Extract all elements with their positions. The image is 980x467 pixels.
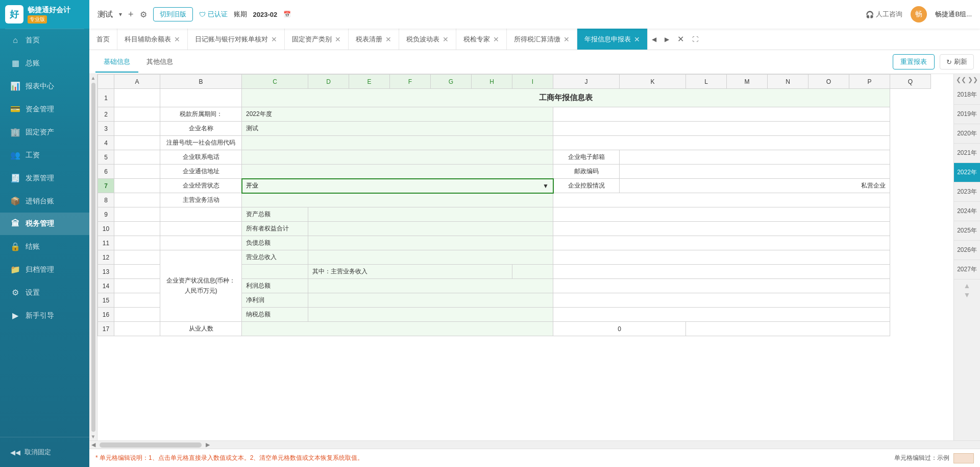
cell-13i[interactable]: [512, 265, 553, 279]
tab-close-icon[interactable]: ✕: [564, 35, 570, 43]
sidebar-pin-button[interactable]: ◀◀ 取消固定: [0, 442, 89, 462]
cell-5b[interactable]: 企业联系电话: [160, 150, 242, 165]
cell-12b-merged[interactable]: 企业资产状况信息(币种：人民币万元): [160, 250, 242, 322]
cell-14d[interactable]: [308, 279, 553, 293]
cell-11d[interactable]: [308, 236, 553, 250]
cell-10b[interactable]: [160, 222, 242, 236]
header-dropdown-icon[interactable]: ▾: [119, 11, 122, 18]
sidebar-item-assets[interactable]: 🏢 固定资产: [0, 121, 89, 144]
cell-7k[interactable]: 私营企业: [620, 179, 890, 193]
cell-9j[interactable]: [553, 207, 890, 222]
sidebar-item-close[interactable]: 🔒 结账: [0, 235, 89, 258]
cell-17j[interactable]: 0: [553, 322, 686, 336]
tab-assets[interactable]: 固定资产类别 ✕: [285, 29, 349, 50]
cell-11b[interactable]: [160, 236, 242, 250]
sidebar-item-invoice[interactable]: 🧾 发票管理: [0, 167, 89, 190]
cell-6k[interactable]: [620, 165, 890, 179]
col-header-q[interactable]: Q: [890, 75, 931, 89]
year-item-2020[interactable]: 2020年: [954, 124, 980, 144]
cell-8b[interactable]: 主营业务活动: [160, 193, 242, 207]
cell-8c[interactable]: [242, 193, 553, 207]
cell-15d[interactable]: [308, 293, 553, 308]
year-item-2024[interactable]: 2024年: [954, 202, 980, 221]
sidebar-item-fund[interactable]: 💳 资金管理: [0, 98, 89, 121]
cell-2a[interactable]: [114, 107, 160, 122]
sidebar-item-payroll[interactable]: 👥 工资: [0, 144, 89, 167]
tab-close-icon[interactable]: ✕: [443, 35, 449, 43]
cell-5k[interactable]: [620, 150, 890, 165]
cell-9b[interactable]: [160, 207, 242, 222]
tab-close-icon[interactable]: ✕: [493, 35, 499, 43]
col-header-n[interactable]: N: [768, 75, 808, 89]
scroll-down-icon[interactable]: ▼: [91, 434, 96, 439]
consult-button[interactable]: 🎧 人工咨询: [866, 10, 902, 19]
cell-10d[interactable]: [308, 222, 553, 236]
cell-6b[interactable]: 企业通信地址: [160, 165, 242, 179]
col-header-h[interactable]: H: [472, 75, 512, 89]
cell-17b[interactable]: 从业人数: [160, 322, 242, 336]
cell-6a[interactable]: [114, 165, 160, 179]
col-header-i[interactable]: I: [512, 75, 553, 89]
col-header-g[interactable]: G: [431, 75, 472, 89]
cell-16d[interactable]: [308, 308, 553, 322]
year-down-icon[interactable]: ▼: [964, 291, 971, 299]
header-settings-icon[interactable]: ⚙: [140, 10, 147, 19]
cell-4a[interactable]: [114, 136, 160, 150]
sidebar-item-tax[interactable]: 🏛 税务管理: [0, 213, 89, 235]
reset-report-button[interactable]: 重置报表: [893, 54, 935, 69]
cell-15c[interactable]: 净利润: [242, 293, 308, 308]
cell-4c[interactable]: [242, 136, 553, 150]
cell-6c[interactable]: [242, 165, 553, 179]
tab-close-icon[interactable]: ✕: [271, 35, 277, 43]
tab-taxexpert[interactable]: 税检专家 ✕: [456, 29, 507, 50]
tab-annual[interactable]: 年报信息申报表 ✕: [577, 29, 648, 50]
sidebar-item-ledger[interactable]: ▦ 总账: [0, 52, 89, 75]
scroll-up-icon[interactable]: ▲: [91, 75, 96, 81]
cell-1a[interactable]: [114, 89, 160, 107]
calendar-icon[interactable]: 📅: [283, 11, 291, 18]
cell-12d[interactable]: [308, 250, 553, 265]
cell-14a[interactable]: [114, 279, 160, 293]
cell-14c[interactable]: 利润总额: [242, 279, 308, 293]
cell-3c[interactable]: 测试: [242, 122, 553, 136]
year-nav-right-icon[interactable]: ❯❯: [968, 76, 978, 83]
spreadsheet-container[interactable]: A B C D E F G H I J K L M: [97, 74, 953, 440]
sub-tab-basic[interactable]: 基础信息: [95, 52, 138, 73]
tab-next-button[interactable]: ▶: [660, 29, 673, 50]
cell-13a[interactable]: [114, 265, 160, 279]
cell-9d[interactable]: [308, 207, 553, 222]
sidebar-item-guide[interactable]: ▶ 新手引导: [0, 304, 89, 327]
col-header-j[interactable]: J: [553, 75, 620, 89]
cell-12c[interactable]: 营业总收入: [242, 250, 308, 265]
year-item-2027[interactable]: 2027年: [954, 260, 980, 279]
col-header-f[interactable]: F: [390, 75, 431, 89]
cell-11j[interactable]: [553, 236, 890, 250]
cell-5j[interactable]: 企业电子邮箱: [553, 150, 620, 165]
col-header-a[interactable]: A: [114, 75, 160, 89]
cell-7j[interactable]: 企业控股情况: [553, 179, 620, 193]
cell-7b[interactable]: 企业经营状态: [160, 179, 242, 193]
cell-10c[interactable]: 所有者权益合计: [242, 222, 308, 236]
col-header-o[interactable]: O: [808, 75, 849, 89]
cell-7c-dropdown[interactable]: 开业 ▼: [242, 179, 553, 193]
year-item-2025[interactable]: 2025年: [954, 221, 980, 241]
tab-close-icon[interactable]: ✕: [335, 35, 341, 43]
tab-taxwave[interactable]: 税负波动表 ✕: [399, 29, 456, 50]
tab-close-icon[interactable]: ✕: [634, 35, 640, 43]
tab-prev-button[interactable]: ◀: [648, 29, 660, 50]
cell-5a[interactable]: [114, 150, 160, 165]
cell-8j[interactable]: [553, 193, 890, 207]
cell-10j[interactable]: [553, 222, 890, 236]
cell-11a[interactable]: [114, 236, 160, 250]
tab-close-icon[interactable]: ✕: [174, 35, 180, 43]
cell-16j[interactable]: [553, 308, 890, 322]
cell-1b[interactable]: [160, 89, 242, 107]
tab-expand-button[interactable]: ⛶: [688, 29, 702, 50]
cell-16c[interactable]: 纳税总额: [242, 308, 308, 322]
tab-aux[interactable]: 科目辅助余额表 ✕: [117, 29, 188, 50]
header-add-button[interactable]: +: [128, 9, 134, 20]
tab-close-all-button[interactable]: ✕: [673, 29, 688, 50]
horizontal-scrollbar[interactable]: ◀ ▶: [89, 440, 980, 449]
vscroll-track[interactable]: [91, 83, 95, 432]
col-header-m[interactable]: M: [727, 75, 768, 89]
